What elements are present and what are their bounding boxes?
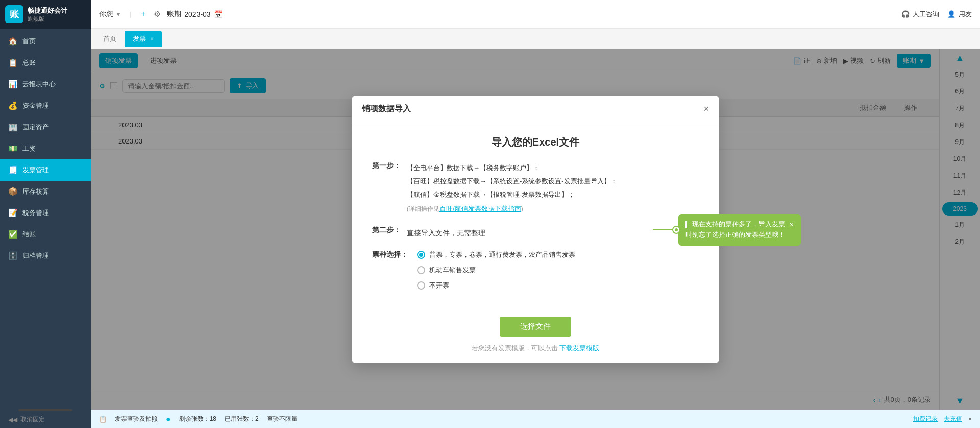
sidebar-item-label: 云报表中心 <box>22 80 56 89</box>
unpin-icon: ◀◀ <box>8 416 17 423</box>
account-selector[interactable]: 你您 ▼ <box>99 10 121 19</box>
sidebar-item-label: 总账 <box>22 58 36 67</box>
sidebar-logo: 账 畅捷通好会计 旗舰版 <box>0 0 91 29</box>
modal-title: 销项数据导入 <box>362 104 411 114</box>
step2-block: 第二步： 直接导入文件，无需整理 <box>372 226 699 240</box>
status-badge: ● <box>166 415 171 424</box>
sidebar-item-label: 税务管理 <box>22 208 49 218</box>
sidebar-item-inventory[interactable]: 📦 库存核算 <box>0 181 91 202</box>
sidebar-unpin[interactable]: ◀◀ 取消固定 <box>0 411 91 428</box>
sidebar-item-invoice[interactable]: 🧾 发票管理 <box>0 159 91 181</box>
radio-option-1[interactable]: 普票，专票，卷票，通行费发票，农产品销售发票 <box>417 250 575 259</box>
sidebar-item-label: 首页 <box>22 37 36 46</box>
invoice-icon: 🧾 <box>8 165 17 175</box>
status-used: 已用张数：2 <box>225 415 259 423</box>
tab-close-icon[interactable]: × <box>150 35 154 42</box>
connector-dot <box>673 227 679 233</box>
step1-content: 【全电平台】数据下载→【税务数字账户】； 【百旺】税控盘数据下载→【系统设置-系… <box>407 161 617 216</box>
connector-line <box>653 229 673 230</box>
modal-close-button[interactable]: × <box>703 104 709 114</box>
logo-text-block: 畅捷通好会计 旗舰版 <box>28 6 67 23</box>
radio-label-1: 普票，专票，卷票，通行费发票，农产品销售发票 <box>429 250 575 259</box>
modal-note: 若您没有发票模版，可以点击 下载发票模版 <box>372 344 699 353</box>
sidebar-item-label: 工资 <box>22 144 36 153</box>
salary-icon: 💵 <box>8 144 17 153</box>
step1-label: 第一步： <box>372 161 403 171</box>
user-icon: 👤 <box>947 10 955 18</box>
logo-subtitle: 旗舰版 <box>28 15 67 23</box>
consult-button[interactable]: 🎧 人工咨询 <box>901 10 939 19</box>
sidebar-item-tax[interactable]: 📝 税务管理 <box>0 202 91 224</box>
step1-link-anchor[interactable]: 百旺/航信发票数据下载指南 <box>439 205 521 212</box>
tab-invoice[interactable]: 发票 × <box>125 31 162 47</box>
status-remaining: 剩余张数：18 <box>179 415 216 423</box>
radio-options: 普票，专票，卷票，通行费发票，农产品销售发票 机动车销售发票 不开票 <box>417 250 575 290</box>
main-content: 你您 ▼ | ＋ ⚙ 账期 2023-03 📅 🎧 人工咨询 👤 用友 <box>91 0 980 428</box>
logo-title: 畅捷通好会计 <box>28 6 67 15</box>
download-template-link[interactable]: 下载发票模版 <box>559 344 599 352</box>
tooltip-bubble: × 现在支持的票种多了，导入发票时别忘了选择正确的发票类型哦！ <box>678 214 801 246</box>
sidebar-item-home[interactable]: 🏠 首页 <box>0 31 91 52</box>
settle-icon: ✅ <box>8 230 17 239</box>
period-prefix: 账期 <box>167 10 181 19</box>
period-selector[interactable]: 账期 2023-03 📅 <box>167 10 222 19</box>
inventory-icon: 📦 <box>8 187 17 196</box>
select-file-button[interactable]: 选择文件 <box>500 317 571 337</box>
logo-icon: 账 <box>5 5 23 23</box>
tooltip-bar <box>685 221 687 228</box>
modal-body: 导入您的Excel文件 第一步： 【全电平台】数据下载→【税务数字账户】； 【百… <box>352 123 719 311</box>
assets-icon: 🏢 <box>8 123 17 132</box>
step1-row: 第一步： 【全电平台】数据下载→【税务数字账户】； 【百旺】税控盘数据下载→【系… <box>372 161 699 216</box>
settings-icon[interactable]: ⚙ <box>154 9 161 19</box>
calendar-icon: 📅 <box>214 10 223 18</box>
account-arrow-icon: ▼ <box>115 11 121 18</box>
sidebar-item-finance[interactable]: 💰 资金管理 <box>0 95 91 116</box>
user-name: 用友 <box>959 10 972 19</box>
sidebar-item-ledger[interactable]: 📋 总账 <box>0 52 91 74</box>
user-menu[interactable]: 👤 用友 <box>947 10 972 19</box>
topbar: 你您 ▼ | ＋ ⚙ 账期 2023-03 📅 🎧 人工咨询 👤 用友 <box>91 0 980 29</box>
radio-option-2[interactable]: 机动车销售发票 <box>417 266 575 275</box>
finance-icon: 💰 <box>8 101 17 110</box>
step1-line3: 【航信】金税盘数据下载→【报税管理-发票数据导出】； <box>407 188 617 201</box>
status-bar-right: 扣费记录 去充值 × <box>913 415 972 423</box>
sidebar-item-label: 库存核算 <box>22 187 49 196</box>
reports-icon: 📊 <box>8 80 17 89</box>
sidebar-item-settle[interactable]: ✅ 结账 <box>0 224 91 245</box>
step2-row: 第二步： 直接导入文件，无需整理 <box>372 226 699 240</box>
ledger-icon: 📋 <box>8 58 17 67</box>
sidebar-item-label: 结账 <box>22 230 36 239</box>
tooltip-text: 现在支持的票种多了，导入发票时别忘了选择正确的发票类型哦！ <box>685 220 785 239</box>
sidebar-item-archive[interactable]: 🗄️ 归档管理 <box>0 245 91 267</box>
status-bar-close-button[interactable]: × <box>968 416 972 423</box>
sidebar: 账 畅捷通好会计 旗舰版 🏠 首页 📋 总账 📊 云报表中心 💰 资金管理 <box>0 0 91 428</box>
consult-label: 人工咨询 <box>913 10 939 19</box>
sidebar-item-label: 资金管理 <box>22 101 49 110</box>
status-unlimited: 查验不限量 <box>267 415 298 423</box>
tooltip-close-button[interactable]: × <box>790 219 794 230</box>
tax-icon: 📝 <box>8 208 17 218</box>
archive-icon: 🗄️ <box>8 251 17 260</box>
sidebar-item-assets[interactable]: 🏢 固定资产 <box>0 116 91 138</box>
account-name: 你您 <box>99 10 113 19</box>
recharge-record-link[interactable]: 扣费记录 <box>913 415 938 423</box>
topbar-separator: | <box>130 10 131 18</box>
topup-link[interactable]: 去充值 <box>944 415 962 423</box>
status-bar-icon: 📋 <box>99 416 107 423</box>
unpin-label: 取消固定 <box>20 415 45 424</box>
tab-bar: 首页 发票 × <box>91 29 980 49</box>
content-area: 销项发票 进项发票 📄 证 ⊕ 新增 ▶ 视频 <box>91 49 980 410</box>
add-button[interactable]: ＋ <box>139 9 148 19</box>
step1-block: 第一步： 【全电平台】数据下载→【税务数字账户】； 【百旺】税控盘数据下载→【系… <box>372 161 699 216</box>
home-icon: 🏠 <box>8 37 17 46</box>
modal-note-text: 若您没有发票模版，可以点击 <box>472 344 558 352</box>
headset-icon: 🎧 <box>901 10 910 18</box>
radio-option-3[interactable]: 不开票 <box>417 281 575 290</box>
step1-link: (详细操作见百旺/航信发票数据下载指南) <box>407 202 617 216</box>
sidebar-item-reports[interactable]: 📊 云报表中心 <box>0 74 91 95</box>
ticket-select-row: 票种选择： 普票，专票，卷票，通行费发票，农产品销售发票 机动车销售发票 <box>372 250 699 290</box>
topbar-right: 🎧 人工咨询 👤 用友 <box>901 10 972 19</box>
tab-home[interactable]: 首页 <box>95 31 125 47</box>
sidebar-item-label: 固定资产 <box>22 123 49 132</box>
sidebar-item-salary[interactable]: 💵 工资 <box>0 138 91 159</box>
